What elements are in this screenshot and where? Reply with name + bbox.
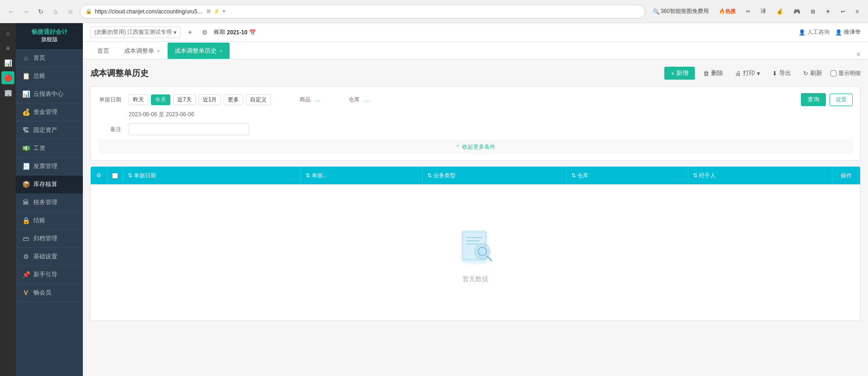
th-date[interactable]: ⇅ 单据日期 [123,167,301,184]
close-all-tabs-btn[interactable]: × [856,50,861,59]
url-bar[interactable]: 🔒 https://cloud.chanjet.com/accounting/u… [80,5,645,19]
forward-button[interactable]: → [20,6,31,17]
sidebar-item-label-vip: 畅会员 [33,288,51,297]
sidebar-item-tax[interactable]: 🏛 税务管理 [16,194,83,212]
sidebar-item-payroll[interactable]: 💵 工资 [16,139,83,157]
game-btn[interactable]: 🎮 [790,7,804,16]
tab-cost-adj-history-close[interactable]: × [219,48,222,54]
sidebar-item-period-close[interactable]: 🔒 结账 [16,212,83,230]
tab-cost-adj-close[interactable]: × [157,48,160,54]
tab-cost-adjustment-history[interactable]: 成本调整单历史 × [168,43,229,59]
select-all-checkbox[interactable] [112,173,118,179]
th-gear[interactable]: ⚙ [91,167,107,184]
collapse-more-btn[interactable]: ⌃ 收起更多条件 [98,140,853,154]
print-btn[interactable]: 🖨 打印 ▾ [731,67,764,79]
th-handler-label: 经手人 [699,172,716,180]
top-nav: (勿删勿禁用) 江西服宝测试专用 ▾ + ⚙ 账期 2021-10 📅 👤 人工… [83,23,868,42]
rail-ledger[interactable]: ≡ [1,42,14,55]
rail-social[interactable]: 🔴 [1,71,14,84]
sidebar-item-fixed-assets[interactable]: 🏗 固定资产 [16,121,83,139]
sidebar-item-vip[interactable]: V 畅会员 [16,284,83,302]
sidebar-item-label-fund: 资金管理 [33,108,57,116]
account-period: 账期 2021-10 📅 [214,28,256,36]
settings-icon: ⚙ [22,253,30,260]
sidebar-item-invoice[interactable]: 🧾 发票管理 [16,157,83,175]
calendar-icon[interactable]: 📅 [249,29,256,36]
today-btn[interactable]: 今天 [151,94,170,105]
custom-btn[interactable]: 自定义 [246,94,271,105]
filter-row-date: 单据日期 昨天 今天 近7天 近1月 更多 自定义 商品 ... 仓库 [98,93,853,106]
period-label: 账期 [214,28,225,36]
th-warehouse[interactable]: ⇅ 仓库 [567,167,688,184]
home-button[interactable]: ⌂ [50,6,61,17]
sidebar-item-report-center[interactable]: 📊 云报表中心 [16,85,83,103]
refresh-btn[interactable]: ↻ 刷新 [799,67,826,79]
th-num[interactable]: ⇅ 单据... [301,167,423,184]
undo-btn[interactable]: ↩ [837,7,849,16]
add-company-btn[interactable]: + [184,27,195,38]
payroll-icon: 💵 [22,144,30,152]
refresh-button[interactable]: ↻ [35,6,46,17]
company-select[interactable]: (勿删勿禁用) 江西服宝测试专用 ▾ [90,26,181,38]
translate-btn[interactable]: 译 [757,6,770,17]
company-settings-btn[interactable]: ⚙ [199,27,210,38]
th-biz-type[interactable]: ⇅ 业务类型 [423,167,567,184]
sidebar-item-guide[interactable]: 📌 新手引导 [16,266,83,284]
search-smart-btn[interactable]: 🔍 360智能抠图免费用 [649,6,712,17]
sidebar-item-label-fixed-assets: 固定资产 [33,126,57,134]
delete-btn[interactable]: 🗑 删除 [699,67,727,79]
grid-btn[interactable]: ⊞ [807,7,819,16]
rail-asset[interactable]: 🏢 [1,86,14,99]
last-month-btn[interactable]: 近1月 [199,94,221,105]
back-button[interactable]: ← [6,6,17,17]
support-link[interactable]: 👤 人工咨询 [799,28,830,36]
th-check[interactable] [107,167,123,184]
empty-text: 暂无数据 [462,275,488,283]
icon-rail: ⌂ ≡ 📊 🔴 🏢 [0,23,16,376]
tax-icon: 🏛 [22,199,30,206]
sidebar-item-settings[interactable]: ⚙ 基础设置 [16,248,83,266]
show-columns-input[interactable] [831,70,837,76]
new-btn[interactable]: + 新增 [664,67,695,80]
scissor-btn[interactable]: ✂ [742,7,754,16]
th-handler[interactable]: ⇅ 经手人 [688,167,832,184]
menu-btn[interactable]: ≡ [852,7,862,16]
yesterday-btn[interactable]: 昨天 [129,94,148,105]
user-info[interactable]: 👤 徐泽华 [835,28,861,36]
warehouse-search-btn[interactable]: ... [364,96,369,103]
filter-panel: 单据日期 昨天 今天 近7天 近1月 更多 自定义 商品 ... 仓库 [90,86,861,161]
last7days-btn[interactable]: 近7天 [173,94,196,105]
table-header: ⚙ ⇅ 单据日期 ⇅ 单据... ⇅ 业务类型 [91,167,860,184]
rail-chart[interactable]: 📊 [1,56,14,69]
bookmark-button[interactable]: ☆ [65,6,76,17]
sun-btn[interactable]: ☀ [822,7,834,16]
sidebar-item-fund[interactable]: 💰 资金管理 [16,103,83,121]
print-icon: 🖨 [735,70,741,77]
browser-bar: ← → ↻ ⌂ ☆ 🔒 https://cloud.chanjet.com/ac… [0,0,868,23]
sidebar-item-label-settings: 基础设置 [33,252,57,261]
remark-input[interactable] [129,123,249,135]
tab-home[interactable]: 首页 [90,43,116,59]
query-btn[interactable]: 查询 [801,93,826,106]
more-btn[interactable]: 更多 [224,94,243,105]
show-columns-label: 显示明细 [838,69,861,77]
th-action: 操作 [832,167,860,184]
sidebar-item-home[interactable]: ⌂ 首页 [16,49,83,67]
tab-cost-adjustment[interactable]: 成本调整单 × [117,43,167,59]
th-num-sort-icon: ⇅ [306,172,310,179]
sidebar-item-ledger[interactable]: 📋 总账 [16,67,83,85]
url-text: https://cloud.chanjet.com/accounting/uru… [95,8,202,15]
delete-label: 删除 [711,69,723,77]
rail-home[interactable]: ⌂ [1,27,14,40]
delete-icon: 🗑 [703,70,709,77]
hot-search-btn[interactable]: 🔥热搜 [715,6,739,16]
goods-search-btn[interactable]: ... [315,96,320,103]
sidebar-item-inventory[interactable]: 📦 库存核算 [16,175,83,194]
coin-btn[interactable]: 💰 [773,7,787,16]
filter-settings-btn[interactable]: 设置 [830,94,853,106]
show-columns-checkbox[interactable]: 显示明细 [831,69,861,77]
lock-icon: 🔒 [86,8,92,14]
export-btn[interactable]: ⬇ 导出 [768,67,795,79]
sidebar-item-archive[interactable]: 🗃 归档管理 [16,230,83,248]
new-label: 新增 [676,69,688,77]
